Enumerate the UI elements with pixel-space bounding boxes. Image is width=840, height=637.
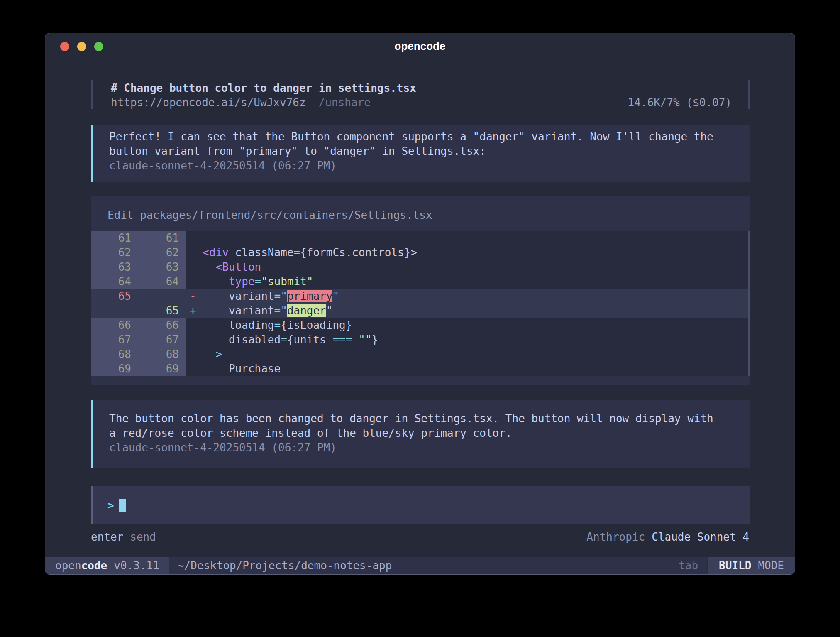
prompt-input[interactable]: > <box>91 486 750 524</box>
window-title: opencode <box>45 33 795 59</box>
diff-row: 6868 > <box>91 347 750 362</box>
model-label[interactable]: Claude Sonnet 4 <box>652 530 749 544</box>
provider-label: Anthropic <box>586 530 645 544</box>
diff-row: 6262 <div className={formCs.controls}> <box>91 245 750 260</box>
app-name-code: code <box>81 559 107 572</box>
assistant-message: The button color has been changed to dan… <box>91 400 750 468</box>
diff-row: 6161 <box>91 231 750 245</box>
session-header: # Change button color to danger in setti… <box>91 80 750 109</box>
enter-key-hint: enter <box>91 530 123 544</box>
edit-tool-card: Edit packages/frontend/src/containers/Se… <box>91 196 750 385</box>
diff-row: 6363 <Button <box>91 260 750 274</box>
token-usage: 14.6K/7% ($0.07) <box>628 96 732 110</box>
text-cursor <box>119 499 126 512</box>
mode-segment[interactable]: BUILD MODE <box>707 557 795 574</box>
tab-key-hint: tab <box>679 559 698 572</box>
diff-scrollbar[interactable] <box>748 231 750 376</box>
diff-row: 6666 loading={isLoading} <box>91 318 750 333</box>
app-version-segment: opencode v0.3.11 <box>45 557 169 574</box>
status-bar: opencode v0.3.11 ~/Desktop/Projects/demo… <box>45 557 795 574</box>
assistant-message: Perfect! I can see that the Button compo… <box>91 125 750 182</box>
message-meta: claude-sonnet-4-20250514 (06:27 PM) <box>109 159 750 173</box>
message-line: The button color has been changed to dan… <box>109 412 750 426</box>
diff-row: 65+ variant="danger" <box>91 304 750 318</box>
app-version: v0.3.11 <box>114 559 159 572</box>
diff-rows: 61616262 <div className={formCs.controls… <box>91 231 750 376</box>
mode-word: MODE <box>758 559 784 572</box>
edit-file-path: Edit packages/frontend/src/containers/Se… <box>91 196 750 231</box>
diff-row: 65- variant="primary" <box>91 289 750 304</box>
working-directory: ~/Desktop/Projects/demo-notes-app <box>178 559 392 572</box>
diff-row: 6464 type="submit" <box>91 274 750 289</box>
message-line: Perfect! I can see that the Button compo… <box>109 130 750 144</box>
share-url-link[interactable]: https://opencode.ai/s/UwJxv76z <box>111 96 306 110</box>
message-line: a red/rose color scheme instead of the b… <box>109 426 750 441</box>
app-name-open: open <box>55 559 81 572</box>
mode-name: BUILD <box>719 559 751 572</box>
message-line: button variant from "primary" to "danger… <box>109 144 750 159</box>
diff-row: 6969 Purchase <box>91 362 750 376</box>
send-action-hint: send <box>130 530 156 544</box>
hint-row: enter send Anthropic Claude Sonnet 4 <box>91 530 750 544</box>
session-title: # Change button color to danger in setti… <box>111 81 748 96</box>
title-bar: opencode <box>45 33 795 59</box>
prompt-symbol: > <box>107 499 114 512</box>
diff-view: 61616262 <div className={formCs.controls… <box>91 231 750 376</box>
diff-row: 6767 disabled={units === ""} <box>91 333 750 347</box>
message-meta: claude-sonnet-4-20250514 (06:27 PM) <box>109 441 750 455</box>
app-window: opencode # Change button color to danger… <box>45 33 795 575</box>
unshare-command[interactable]: /unshare <box>319 96 371 110</box>
